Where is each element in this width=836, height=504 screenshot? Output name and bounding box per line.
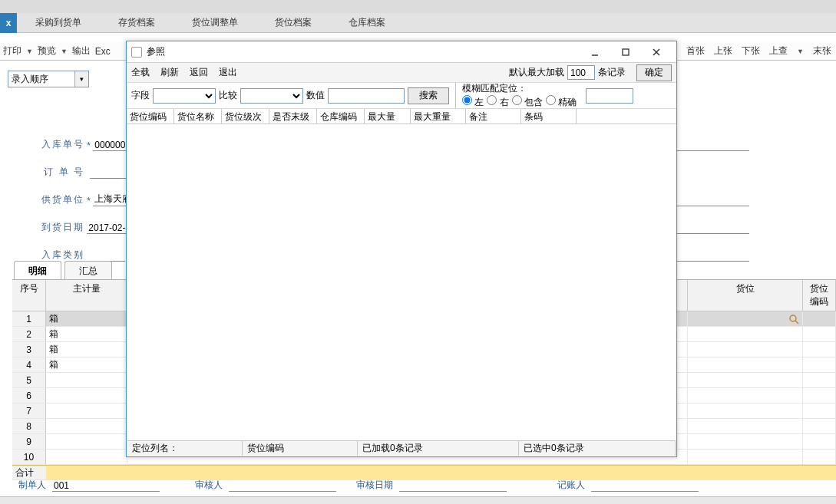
dcol-4: 仓库编码 [317,109,365,124]
maximize-button[interactable] [610,43,641,61]
dialog-grid-header: 货位编码 货位名称 货位级次 是否末级 仓库编码 最大量 最大重量 备注 条码 [127,109,676,124]
creator-label: 制单人 [18,479,46,492]
max-load-input[interactable] [567,65,595,80]
radio-right[interactable]: 右 [487,95,508,109]
tab-arrival[interactable]: 采购到货单 [17,13,100,33]
dcol-6: 最大重量 [411,109,466,124]
default-max-label: 默认最大加载 [509,66,564,79]
svg-rect-3 [623,49,629,55]
field-label: 字段 [131,89,150,102]
sort-combo[interactable]: ▾ [8,71,89,87]
right-field-2[interactable] [672,189,749,206]
last-button[interactable]: 末张 [811,44,833,58]
total-label: 合计 [12,466,46,479]
svg-point-0 [790,315,796,321]
type-label: 入库类别 [38,249,84,262]
colname-value: 货位编码 [247,442,284,455]
auditor-value[interactable] [229,491,336,492]
excel-button[interactable]: Exc [94,46,112,57]
right-field-4[interactable] [672,245,749,262]
radio-exact[interactable]: 精确 [546,95,577,109]
col-unit: 主计量 [46,280,127,311]
sort-input[interactable] [8,71,74,87]
right-field-3[interactable] [672,217,749,234]
search-button[interactable]: 搜索 [408,87,449,104]
reference-dialog: 参照 全载 刷新 返回 退出 默认最大加载 条记录 确定 字段 比较 数值 搜索… [126,41,677,457]
upquery-button[interactable]: 上查 [768,44,789,58]
prev-button[interactable]: 上张 [712,44,734,58]
radio-left[interactable]: 左 [462,95,484,109]
export-button[interactable]: 输出 [71,44,92,58]
dcol-0: 货位编码 [127,109,174,124]
svg-line-1 [795,321,798,324]
dcol-8: 条码 [521,109,577,124]
statusbar [0,496,836,504]
dcol-7: 备注 [466,109,521,124]
chevron-down-icon[interactable]: ▾ [74,71,88,87]
detail-tabs: 明细 汇总 [14,261,112,281]
back-button[interactable]: 返回 [190,66,208,79]
order-label: 订 单 号 [38,166,84,179]
value-input[interactable] [328,88,405,104]
tab-adjust[interactable]: 货位调整单 [173,13,256,33]
top-tabs: x 采购到货单 存货档案 货位调整单 货位档案 仓库档案 [0,13,836,33]
right-field-1[interactable] [672,134,749,151]
tab-detail[interactable]: 明细 [14,261,61,281]
field-select[interactable] [153,88,216,104]
dialog-title: 参照 [147,45,165,58]
tab-location[interactable]: 货位档案 [256,13,330,33]
compare-select[interactable] [240,88,303,104]
load-all-button[interactable]: 全载 [131,66,150,79]
records-label: 条记录 [598,66,626,79]
first-button[interactable]: 首张 [685,44,706,58]
dialog-menu: 全载 刷新 返回 退出 默认最大加载 条记录 确定 [127,63,676,83]
col-seq: 序号 [12,280,46,311]
right-fields [672,134,749,272]
audit-date-label: 审核日期 [356,479,393,492]
book-label: 记账人 [557,479,585,492]
dcol-2: 货位级次 [222,109,269,124]
dialog-status: 定位列名： 货位编码 已加载0条记录 已选中0条记录 [127,440,676,456]
supplier-label: 供货单位 [38,193,84,206]
exit-button[interactable]: 退出 [219,66,237,79]
arrive-label: 到货日期 [38,221,84,234]
radio-contain[interactable]: 包含 [512,95,543,109]
dcol-3: 是否末级 [269,109,317,124]
print-button[interactable]: 打印 [2,44,23,58]
loaded-status: 已加载0条记录 [362,442,423,455]
compare-label: 比较 [219,89,237,102]
dialog-grid-body [127,126,676,440]
footer: 制单人 001 审核人 审核日期 记账人 [18,479,828,492]
ruku-label: 入库单号 [38,138,84,151]
tab-inventory[interactable]: 存货档案 [100,13,173,33]
next-button[interactable]: 下张 [740,44,762,58]
book-value[interactable] [591,491,699,492]
col-huowei: 货位 [688,280,803,311]
window-icon [131,47,142,58]
dcol-5: 最大量 [365,109,411,124]
colname-label: 定位列名： [132,442,178,455]
dialog-filter: 字段 比较 数值 搜索 模糊匹配定位： 左 右 包含 精确 [127,83,676,109]
tab-warehouse[interactable]: 仓库档案 [330,13,404,33]
refresh-button[interactable]: 刷新 [160,66,179,79]
tab-summary[interactable]: 汇总 [64,261,112,281]
creator-value[interactable]: 001 [52,480,160,492]
close-button[interactable] [641,43,672,61]
dialog-titlebar: 参照 [127,41,676,63]
selected-status: 已选中0条记录 [524,442,584,455]
dcol-1: 货位名称 [174,109,222,124]
audit-date-value[interactable] [399,491,507,492]
ok-button[interactable]: 确定 [636,64,672,81]
sort-order: ▾ [8,71,89,87]
preview-button[interactable]: 预览 [36,44,58,58]
close-x[interactable]: x [0,13,17,33]
locate-input[interactable] [586,88,633,104]
search-icon[interactable] [788,314,799,324]
auditor-label: 审核人 [195,479,223,492]
minimize-button[interactable] [580,43,610,61]
col-huowei-code: 货位编码 [803,280,836,311]
fuzzy-label: 模糊匹配定位： [462,82,577,95]
value-label: 数值 [306,89,325,102]
